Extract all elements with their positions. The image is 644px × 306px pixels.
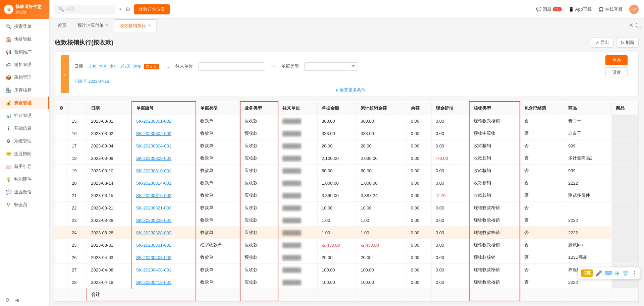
expand-more-button[interactable]: ▾ 展开更多条件 (74, 87, 628, 93)
doc-no-link[interactable]: SK-20230418-001 (136, 280, 172, 285)
doc-no-link[interactable]: SK-20230328-001 (136, 218, 172, 223)
sidebar-item-marketing[interactable]: 📢 营销推广 (0, 46, 49, 58)
sidebar-item-member[interactable]: V 畅会员 (0, 198, 49, 211)
table-header-row: ⚙ 日期 单据编号 单据类型 业务类型 往来单位 单据金额 累计核销金额 余额 … (55, 102, 638, 115)
cell-balance: 0.00 (407, 140, 431, 152)
sidebar-item-quicknav[interactable]: 🏠 快捷导航 (0, 33, 49, 46)
sidebar-item-system[interactable]: ⚙ 系统管理 (0, 135, 49, 147)
refresh-button[interactable]: ↻ 刷新 (616, 38, 639, 48)
cell-balance: 0.00 (407, 227, 431, 239)
collapse-icon[interactable]: ◀ (15, 297, 19, 303)
tab-cancel[interactable]: 收款核销执行 ✕ (114, 19, 157, 32)
cell-date: 2023-03-10 (87, 165, 132, 177)
doc-no-link[interactable]: SK-20230304-001 (136, 143, 172, 148)
tab-prepay-close-icon[interactable]: ✕ (106, 23, 109, 27)
sidebar-item-sales[interactable]: 🏷 销售管理 (0, 58, 49, 71)
industry-solution-button[interactable]: 体验行业方案 (134, 4, 170, 14)
global-search-box[interactable]: 🔍 搜索 (55, 5, 115, 14)
online-service-button[interactable]: 🎧 在线客服 (598, 6, 623, 12)
doc-no-link[interactable]: SK-20230310-001 (136, 168, 172, 173)
sidebar-item-inventory[interactable]: 🏪 库存核算 (0, 84, 49, 97)
cell-row-no: 22 (68, 202, 87, 214)
gear-icon: ⚙ (5, 138, 11, 144)
doc-no-link[interactable]: SK-20230331-002 (136, 243, 172, 248)
doc-no-link[interactable]: SK-20230302-002 (136, 131, 172, 136)
doc-no-link[interactable]: SK-20230301-002 (136, 119, 172, 124)
date-last-month[interactable]: 上月 (88, 64, 96, 69)
filter-collapse-button[interactable]: » (61, 55, 69, 93)
sidebar-item-purchase[interactable]: 📦 采购管理 (0, 71, 49, 84)
mic-icon[interactable]: 🎤 (595, 270, 602, 277)
cell-doc-type: 收款单 (196, 251, 240, 264)
sidebar-item-basic[interactable]: ℹ 基础信息 (0, 122, 49, 135)
cell-biz-type: 应收款 (240, 276, 278, 289)
export-button[interactable]: ↗ 导出 (591, 38, 613, 48)
date-more[interactable]: 更多 (133, 64, 141, 69)
date-7days[interactable]: 近7天 (120, 64, 131, 69)
table-scrollbar[interactable] (55, 301, 638, 304)
date-this-year[interactable]: 本年 (110, 64, 118, 69)
doc-no-link[interactable]: SK-20230314-001 (136, 181, 172, 186)
table-scroll[interactable]: ⚙ 日期 单据编号 单据类型 业务类型 往来单位 单据金额 累计核销金额 余额 … (55, 101, 638, 301)
sidebar-item-wechat[interactable]: 💬 企业微信 (0, 186, 49, 198)
cell-incl-settled: 否 (520, 165, 564, 177)
message-badge: 99+ (553, 7, 562, 11)
settings-bottom-icon[interactable]: ⚙ (5, 297, 10, 303)
sidebar-item-label: 经营管理 (14, 113, 32, 119)
date-custom-tag[interactable]: 自定义 (144, 64, 159, 69)
sidebar-item-enterprise[interactable]: 🤝 企业协同 (0, 147, 49, 160)
doc-no-link[interactable]: SK-20230308-001 (136, 156, 172, 161)
doc-no-link[interactable]: SK-20230315-002 (136, 193, 172, 198)
grid-icon[interactable]: ⊞ (615, 270, 620, 277)
app-download-label: App下载 (575, 6, 592, 12)
tab-prepay[interactable]: 预计冲应付单 ✕ (72, 19, 114, 32)
table-row: 17 2023-03-04 SK-20230304-001 收款单 应收款 ██… (55, 140, 638, 152)
setting-button[interactable]: 设置 (605, 67, 628, 77)
sidebar-item-label: 畅会员 (14, 202, 27, 208)
sidebar-item-label: 企业微信 (14, 189, 32, 195)
tab-home[interactable]: 首页 (52, 19, 72, 32)
handshake-icon: 🤝 (5, 151, 11, 157)
shirt-icon[interactable]: 👕 (622, 270, 629, 277)
sidebar-item-search[interactable]: 🔍 搜索菜单 (0, 20, 49, 33)
partner-value: ██████ (282, 181, 301, 186)
column-settings-icon[interactable]: ⚙ (59, 106, 63, 111)
toolbar-menu-icon[interactable]: ⋮ (632, 270, 637, 277)
cell-balance: 0.00 (407, 177, 431, 189)
cell-doc-no: SK-20230304-001 (132, 140, 196, 152)
doc-type-select[interactable] (304, 62, 358, 71)
tab-cancel-close-icon[interactable]: ✕ (148, 23, 151, 28)
query-button[interactable]: 查询 (605, 55, 628, 65)
partner-input[interactable] (198, 62, 265, 71)
sidebar-item-finance[interactable]: 💰 资金管理 (0, 97, 49, 109)
maximize-icon[interactable]: ⛶ (636, 22, 641, 28)
date-this-month[interactable]: 本月 (99, 64, 107, 69)
cell-gear (55, 189, 68, 202)
user-avatar[interactable]: Rit (629, 5, 639, 14)
tab-home-label: 首页 (58, 22, 66, 28)
dropdown-arrow-icon[interactable]: ▾ (119, 7, 121, 11)
topbar-gear-icon[interactable]: ⚙ (125, 6, 130, 12)
footer-goods (564, 289, 611, 301)
app-download-button[interactable]: 📱 App下载 (569, 6, 592, 12)
partner-value: ██████ (282, 156, 301, 161)
doc-no-link[interactable]: SK-20230321-003 (136, 205, 172, 210)
cell-balance: 0.00 (407, 264, 431, 276)
doc-no-link[interactable]: SK-20230403-002 (136, 255, 172, 260)
doc-no-link[interactable]: SK-20230328-002 (136, 230, 172, 235)
keyboard-icon[interactable]: ⌨ (605, 270, 612, 277)
cell-partner: ██████ (278, 115, 317, 127)
message-button[interactable]: 💬 消息 99+ (536, 6, 562, 12)
search-icon: 🔍 (59, 7, 64, 12)
sidebar-item-hardware[interactable]: 💡 智能硬件 (0, 173, 49, 186)
cell-doc-type: 收款单 (196, 165, 240, 177)
data-table-container: ⚙ 日期 单据编号 单据类型 业务类型 往来单位 单据金额 累计核销金额 余额 … (55, 101, 639, 304)
sidebar-item-operations[interactable]: 📊 经营管理 (0, 109, 49, 122)
th-gear[interactable]: ⚙ (55, 102, 68, 115)
cell-incl-settled: 否 (520, 251, 564, 264)
close-all-icon[interactable]: ✕ (629, 22, 633, 28)
doc-no-link[interactable]: SK-20230408-001 (136, 267, 172, 272)
sidebar-item-guide[interactable]: 📖 新手引导 (0, 160, 49, 173)
cell-cancel-amount: 3,387.24 (357, 189, 407, 202)
footer-label: 合计 (87, 289, 196, 301)
